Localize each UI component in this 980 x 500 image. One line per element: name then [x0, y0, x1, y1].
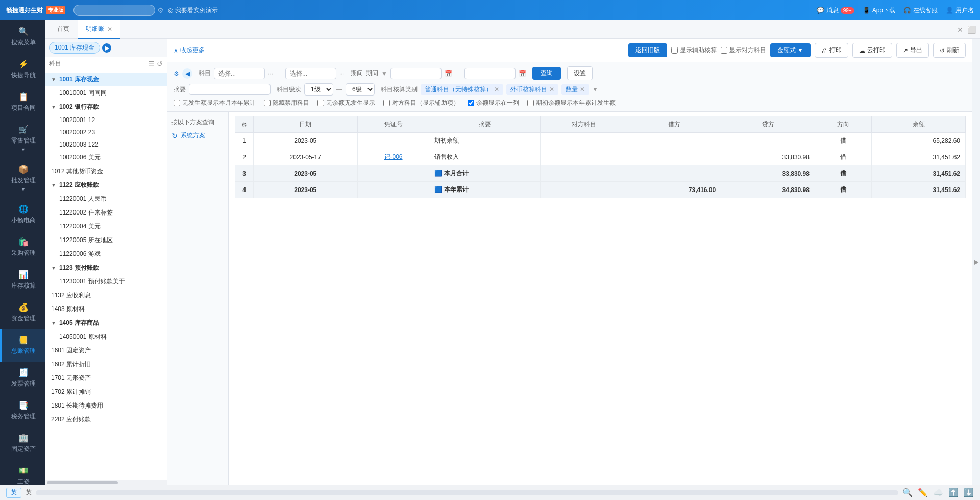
tab-close-icon[interactable]: ✕: [107, 26, 112, 33]
tree-refresh-icon[interactable]: ↺: [157, 60, 163, 68]
show-opposite-checkbox[interactable]: 显示对方科目: [721, 46, 766, 55]
tree-item-14050001[interactable]: 14050001 原材料: [45, 330, 167, 344]
subject-to-input[interactable]: [285, 68, 336, 79]
tree-nav-arrow[interactable]: ▶: [102, 43, 111, 53]
sidebar-item-retail[interactable]: 🛒 零售管理 ▼: [0, 118, 45, 158]
summary-input[interactable]: [189, 84, 271, 95]
zoom-icon[interactable]: 🔍: [902, 488, 913, 497]
refresh-btn[interactable]: ↺ 刷新: [933, 43, 966, 58]
tree-item-1132[interactable]: 1132 应收利息: [45, 289, 167, 302]
tag-close-icon[interactable]: ✕: [494, 86, 499, 93]
cloud-icon[interactable]: ☁️: [933, 488, 943, 497]
query-btn[interactable]: 查询: [532, 67, 561, 80]
setting-btn[interactable]: 设置: [567, 66, 593, 80]
demo-btn[interactable]: ◎ 我要看实例演示: [168, 6, 218, 15]
level-to-select[interactable]: 6级3级4级: [346, 83, 375, 96]
top-search-input[interactable]: [74, 5, 155, 16]
sidebar-item-invoice[interactable]: 🧾 发票管理: [0, 362, 45, 394]
show-aux-checkbox[interactable]: 显示辅助核算: [671, 46, 717, 55]
tree-item-1405[interactable]: ▼ 1405 库存商品: [45, 316, 167, 330]
cb-opposite[interactable]: 对方科目（显示辅助项）: [383, 99, 459, 107]
tree-item-10020001[interactable]: 10020001 12: [45, 114, 167, 126]
tree-item-1001[interactable]: ▼ 1001 库存现金: [45, 73, 167, 86]
row-voucher[interactable]: 记-006: [357, 149, 429, 165]
cb-no-amount[interactable]: 无发生额显示本月本年累计: [174, 99, 256, 107]
tree-item-11220002[interactable]: 11220002 住来标签: [45, 206, 167, 220]
col-settings[interactable]: ⚙: [235, 116, 254, 133]
close-panel-icon[interactable]: ✕: [957, 26, 963, 34]
cb-hide-disabled[interactable]: 隐藏禁用科目: [264, 99, 309, 107]
tree-item-1122[interactable]: ▼ 1122 应收账款: [45, 178, 167, 192]
type-dropdown[interactable]: ▼: [592, 86, 598, 93]
period-from-input[interactable]: 2023-05: [390, 68, 442, 79]
sidebar-item-ledger[interactable]: 📒 总账管理: [0, 329, 45, 362]
tree-item-10020003[interactable]: 10020003 122: [45, 138, 167, 151]
tree-item-1403[interactable]: 1403 原材料: [45, 302, 167, 316]
sidebar-item-purchase[interactable]: 🛍️ 采购管理: [0, 231, 45, 264]
tab-detail[interactable]: 明细账 ✕: [78, 20, 120, 39]
messages-btn[interactable]: 💬 消息 99+: [817, 6, 854, 15]
tree-list-icon[interactable]: ☰: [148, 60, 155, 68]
sidebar-item-wholesale[interactable]: 📦 批发管理 ▼: [0, 158, 45, 198]
tree-item-11220004[interactable]: 11220004 美元: [45, 220, 167, 233]
tree-item-11220001[interactable]: 11220001 人民币: [45, 192, 167, 206]
sidebar-item-ecommerce[interactable]: 🌐 小畅电商: [0, 198, 45, 231]
cb-balance-col[interactable]: 余额显示在一列: [468, 99, 519, 107]
sidebar-item-finance[interactable]: 💰 资金管理: [0, 296, 45, 329]
sidebar-item-project[interactable]: 📋 项目合同: [0, 86, 45, 118]
right-collapse-btn[interactable]: ▶: [972, 39, 980, 485]
scheme-settings-icon[interactable]: ⚙: [174, 70, 179, 77]
level-from-select[interactable]: 1级2级3级: [304, 83, 333, 96]
tree-item-1002[interactable]: ▼ 1002 银行存款: [45, 100, 167, 114]
export-btn[interactable]: ↗ 导出: [896, 43, 929, 58]
tree-item-1702[interactable]: 1702 累计摊销: [45, 385, 167, 399]
user-avatar[interactable]: 👤 用户名: [946, 6, 974, 15]
period-to-input[interactable]: 2023-05: [464, 68, 516, 79]
period-dropdown[interactable]: ▼: [381, 70, 387, 77]
tree-item-10020002[interactable]: 10020002 23: [45, 126, 167, 138]
tree-item-1602[interactable]: 1602 累计折旧: [45, 358, 167, 371]
sidebar-item-fixed-assets[interactable]: 🏢 固定资产: [0, 427, 45, 460]
cloud-print-btn[interactable]: ☁ 云打印: [852, 43, 892, 58]
bottom-scrollbar[interactable]: [36, 490, 898, 495]
currency-btn[interactable]: 金额式 ▼: [770, 43, 811, 57]
sidebar-item-tax[interactable]: 📑 税务管理: [0, 394, 45, 427]
app-download-btn[interactable]: 📱 App下载: [863, 6, 895, 15]
tree-scrollbar[interactable]: [45, 480, 167, 485]
period-calendar-icon[interactable]: 📅: [445, 70, 452, 77]
tree-item-11220006[interactable]: 11220006 游戏: [45, 247, 167, 261]
tree-item-2202[interactable]: 2202 应付账款: [45, 413, 167, 426]
print-btn[interactable]: 🖨 打印: [815, 43, 848, 58]
online-service-btn[interactable]: 🎧 在线客服: [903, 6, 938, 15]
back-old-version-btn[interactable]: 返回旧版: [628, 43, 667, 57]
system-scheme-btn[interactable]: ↻ 系统方案: [167, 129, 228, 142]
tree-item-10010001[interactable]: 10010001 同同同: [45, 86, 167, 100]
tree-item-1012[interactable]: 1012 其他货币资金: [45, 164, 167, 178]
tree-item-11220005[interactable]: 11220005 所在地区: [45, 233, 167, 247]
sidebar-item-payroll[interactable]: 💵 工资: [0, 460, 45, 485]
sidebar-item-quick-nav[interactable]: ⚡ 快捷导航: [0, 53, 45, 86]
tag-close-icon[interactable]: ✕: [580, 86, 585, 93]
cb-opening[interactable]: 期初余额显示本年累计发生额: [527, 99, 616, 107]
subject-from-input[interactable]: [214, 68, 265, 79]
tag-close-icon[interactable]: ✕: [549, 86, 554, 93]
bottom-eng-label[interactable]: 英: [26, 488, 32, 497]
collapse-more-btn[interactable]: ∧ 收起更多: [174, 46, 205, 55]
scheme-arrow-btn[interactable]: ◀: [182, 68, 192, 79]
cb-no-balance[interactable]: 无余额无发生显示: [317, 99, 375, 107]
tree-item-1123[interactable]: ▼ 1123 预付账款: [45, 261, 167, 275]
sidebar-item-search[interactable]: 🔍 搜索菜单: [0, 20, 45, 53]
tree-item-1801[interactable]: 1801 长期待摊费用: [45, 399, 167, 413]
tree-item-10020006[interactable]: 10020006 美元: [45, 151, 167, 164]
tree-item-1701[interactable]: 1701 无形资产: [45, 371, 167, 385]
tree-item-11230001[interactable]: 11230001 预付账款美于: [45, 275, 167, 289]
maximize-icon[interactable]: ⬜: [967, 26, 976, 34]
bottom-lang-btn[interactable]: 英: [6, 488, 21, 498]
download-icon[interactable]: ⬇️: [964, 488, 974, 497]
upload-icon[interactable]: ⬆️: [948, 488, 959, 497]
sidebar-item-inventory[interactable]: 📊 库存核算: [0, 264, 45, 296]
tree-item-1601[interactable]: 1601 固定资产: [45, 344, 167, 358]
tab-home[interactable]: 首页: [49, 20, 78, 39]
settings-icon[interactable]: ⚙: [157, 6, 164, 14]
period-to-calendar-icon[interactable]: 📅: [519, 70, 526, 77]
